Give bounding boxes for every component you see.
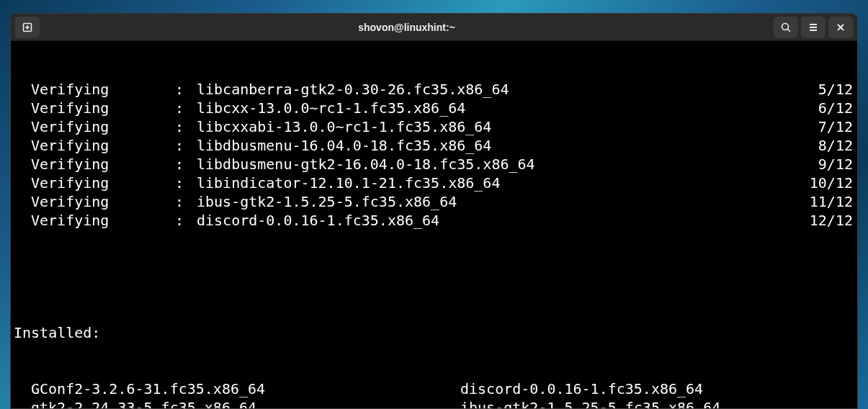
verify-row: Verifying: ibus-gtk2-1.5.25-5.fc35.x86_6… xyxy=(12,192,856,211)
verify-row: Verifying: libcxxabi-13.0.0~rc1-1.fc35.x… xyxy=(12,117,856,136)
search-button[interactable] xyxy=(774,17,798,38)
verify-count: 9/12 xyxy=(818,155,853,174)
close-button[interactable] xyxy=(828,17,853,38)
verify-package: ibus-gtk2-1.5.25-5.fc35.x86_64 xyxy=(197,192,457,211)
verify-separator: : xyxy=(175,155,197,174)
verify-row: Verifying: libcanberra-gtk2-0.30-26.fc35… xyxy=(12,80,856,99)
verify-package: discord-0.0.16-1.fc35.x86_64 xyxy=(197,211,439,230)
verify-label: Verifying xyxy=(31,136,175,155)
verify-separator: : xyxy=(175,174,197,192)
verify-count: 5/12 xyxy=(818,80,853,99)
verify-count: 6/12 xyxy=(818,99,853,117)
menu-button[interactable] xyxy=(801,17,826,38)
verify-count: 10/12 xyxy=(810,174,853,192)
verify-row: Verifying: discord-0.0.16-1.fc35.x86_641… xyxy=(12,211,856,230)
verify-separator: : xyxy=(175,99,197,117)
installed-package: discord-0.0.16-1.fc35.x86_64 xyxy=(460,379,856,398)
verify-label: Verifying xyxy=(31,117,175,136)
terminal-output[interactable]: Verifying: libcanberra-gtk2-0.30-26.fc35… xyxy=(11,41,857,408)
verify-label: Verifying xyxy=(31,192,175,211)
titlebar: shovon@linuxhint:~ xyxy=(11,14,857,41)
verify-row: Verifying: libcxx-13.0.0~rc1-1.fc35.x86_… xyxy=(12,99,856,117)
verify-label: Verifying xyxy=(31,155,175,174)
verify-package: libindicator-12.10.1-21.fc35.x86_64 xyxy=(197,174,500,192)
installed-package: gtk2-2.24.33-5.fc35.x86_64 xyxy=(31,398,460,408)
verify-separator: : xyxy=(175,192,197,211)
verify-count: 8/12 xyxy=(818,136,853,155)
verify-package: libcxxabi-13.0.0~rc1-1.fc35.x86_64 xyxy=(197,117,491,136)
verify-label: Verifying xyxy=(31,211,175,230)
verify-label: Verifying xyxy=(31,80,175,99)
installed-package: ibus-gtk2-1.5.25-5.fc35.x86_64 xyxy=(460,398,856,408)
verify-package: libdbusmenu-16.04.0-18.fc35.x86_64 xyxy=(197,136,491,155)
installed-package: GConf2-3.2.6-31.fc35.x86_64 xyxy=(31,379,460,398)
verify-count: 12/12 xyxy=(810,211,853,230)
verify-row: Verifying: libdbusmenu-16.04.0-18.fc35.x… xyxy=(12,136,856,155)
svg-point-3 xyxy=(782,23,789,30)
verify-count: 7/12 xyxy=(818,117,853,136)
new-tab-button[interactable] xyxy=(15,17,40,38)
verify-row: Verifying: libdbusmenu-gtk2-16.04.0-18.f… xyxy=(12,155,856,174)
installed-header: Installed: xyxy=(12,323,856,342)
svg-line-4 xyxy=(788,29,791,32)
verify-separator: : xyxy=(175,136,197,155)
verify-label: Verifying xyxy=(31,99,175,117)
verify-label: Verifying xyxy=(31,174,175,192)
terminal-window: shovon@linuxhint:~ xyxy=(10,13,858,409)
verify-package: libcxx-13.0.0~rc1-1.fc35.x86_64 xyxy=(197,99,465,117)
verify-separator: : xyxy=(175,80,197,99)
verify-separator: : xyxy=(175,211,197,230)
verify-package: libcanberra-gtk2-0.30-26.fc35.x86_64 xyxy=(197,80,509,99)
verify-count: 11/12 xyxy=(810,192,853,211)
verify-package: libdbusmenu-gtk2-16.04.0-18.fc35.x86_64 xyxy=(197,155,535,174)
verify-row: Verifying: libindicator-12.10.1-21.fc35.… xyxy=(12,174,856,192)
verify-separator: : xyxy=(175,117,197,136)
window-title: shovon@linuxhint:~ xyxy=(358,22,455,33)
